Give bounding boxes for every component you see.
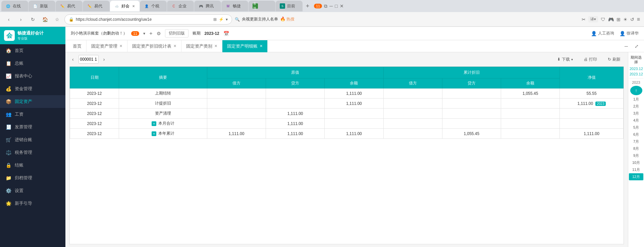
- tab-title-changjie: 畅捷: [233, 3, 244, 9]
- tab-close-ledger[interactable]: ✕: [260, 44, 263, 48]
- sidebar-item-settings[interactable]: ⚙️ 设置: [0, 184, 65, 197]
- period-month-6[interactable]: 6月: [629, 131, 643, 138]
- tab-asset-ledger[interactable]: 固定资产明细账 ✕: [222, 40, 268, 52]
- calendar-icon[interactable]: 📅: [223, 31, 229, 36]
- service-button[interactable]: 👤 人工咨询: [591, 30, 614, 36]
- period-month-11[interactable]: 11月: [629, 166, 643, 173]
- forward-button[interactable]: ›: [16, 15, 25, 24]
- switch-version-button[interactable]: 切到旧版: [165, 29, 189, 38]
- maximize-icon[interactable]: □: [335, 3, 337, 9]
- period-month-10[interactable]: 10月: [629, 159, 643, 166]
- menu-icon[interactable]: ≡: [637, 16, 640, 22]
- tab-close-category[interactable]: ✕: [214, 44, 217, 48]
- sidebar-item-capital[interactable]: 💰 资金管理: [0, 82, 65, 95]
- shield-icon[interactable]: 🛡: [601, 17, 605, 22]
- sidebar-item-tax[interactable]: ⚖️ 税务管理: [0, 146, 65, 159]
- sidebar-item-purchase[interactable]: 🛒 进销台账: [0, 133, 65, 146]
- tab-yidai1[interactable]: ✏️ 易代: [56, 1, 83, 11]
- gamepad-icon[interactable]: 🎮: [608, 17, 614, 22]
- prev-page-button[interactable]: ‹: [69, 56, 76, 63]
- period-month-9[interactable]: 9月: [629, 152, 643, 159]
- header-add-icon[interactable]: +: [149, 30, 152, 37]
- tab-close-haohui[interactable]: ✕: [131, 4, 136, 9]
- period-month-4[interactable]: 4月: [629, 117, 643, 124]
- tab-yidai2[interactable]: ✏️ 易代: [83, 1, 110, 11]
- tab-asset-category[interactable]: 固定资产类别 ✕: [181, 40, 222, 52]
- tab-haohui[interactable]: ☁️ 好会 ✕: [110, 1, 140, 11]
- user-info[interactable]: 👤 徐译华: [620, 30, 639, 36]
- period-month-7[interactable]: 7月: [629, 138, 643, 145]
- guide-icon: 🌟: [5, 200, 11, 206]
- new-tab-button[interactable]: +: [303, 1, 312, 11]
- site-info-icon[interactable]: ⊞: [213, 17, 217, 22]
- sidebar-item-guide[interactable]: 🌟 新手引导: [0, 197, 65, 210]
- download-button[interactable]: ⬇ 下载 ▾: [554, 55, 576, 64]
- sidebar-item-invoice[interactable]: 🧾 发票管理: [0, 121, 65, 133]
- tab-changjie[interactable]: M 畅捷: [221, 1, 248, 11]
- period-month-1[interactable]: 1月: [629, 96, 643, 103]
- hot-search-label[interactable]: 🔥 热搜: [280, 16, 294, 22]
- sidebar-label-report: 报表中心: [15, 73, 32, 79]
- table-row-annual: 2023-12 ≡ 本年累计 1,111.00 1,111.00 1,111.0…: [70, 129, 624, 139]
- sidebar-item-salary[interactable]: 👥 工资: [0, 108, 65, 121]
- tab-home[interactable]: 首页: [68, 40, 87, 52]
- tab-close-fixed-mgmt[interactable]: ✕: [119, 44, 122, 48]
- right-period-panel: 期间选择 2023.12 2023.12 2023 ↑ 1月 2月 3月 4月 …: [628, 52, 644, 247]
- cell-acc-debit-2: [383, 99, 442, 109]
- period-label: 账期: [193, 30, 201, 36]
- refresh-button[interactable]: ↻: [28, 15, 38, 24]
- account-dropdown-icon[interactable]: ▾: [143, 31, 145, 36]
- tab-fixed-mgmt[interactable]: 固定资产管理 ✕: [87, 40, 127, 52]
- history-back-icon[interactable]: ↺: [630, 17, 634, 22]
- grid-icon[interactable]: ⊞: [616, 17, 621, 22]
- home-button[interactable]: 🏠: [40, 15, 50, 24]
- url-bar[interactable]: 🔒 https://cloud.chanjet.com/accounting/u…: [64, 14, 232, 24]
- table-row: 2023-12 计提折旧 1,111.00 1,111.00: [70, 99, 624, 109]
- period-month-2[interactable]: 2月: [629, 103, 643, 110]
- app-container: 会 畅捷通好会计 专业版 🏠 首页 📋 总账 📈 报表中心 💰 资金管理: [0, 27, 644, 247]
- tab-depreciation-table[interactable]: 固定资产折旧统计表 ✕: [127, 40, 181, 52]
- tab-muqian[interactable]: S 目前: [276, 1, 303, 11]
- url-dropdown-icon[interactable]: ▾: [226, 17, 228, 22]
- period-month-3[interactable]: 3月: [629, 110, 643, 117]
- tab-close-depreciation[interactable]: ✕: [173, 44, 176, 48]
- print-button[interactable]: 🖨 打印: [580, 55, 600, 64]
- restore-window-icon[interactable]: ⧉: [324, 3, 327, 9]
- ledger-icon: 📋: [5, 60, 11, 66]
- sidebar-item-ledger[interactable]: 📋 总账: [0, 57, 65, 70]
- cell-date-5: 2023-12: [70, 129, 119, 139]
- sidebar-item-fixed[interactable]: 📦 固定资产: [0, 95, 65, 108]
- sidebar-item-report[interactable]: 📈 报表中心: [0, 70, 65, 82]
- tab-new[interactable]: 📄 新版: [29, 1, 55, 11]
- bookmark-button[interactable]: ☆: [52, 15, 62, 24]
- period-month-12[interactable]: 12月: [629, 173, 643, 180]
- tab-online[interactable]: 🌐 在线: [1, 1, 28, 11]
- next-page-button[interactable]: ›: [101, 56, 108, 63]
- translate-icon[interactable]: 译▾: [588, 16, 598, 22]
- close-browser-icon[interactable]: ✕: [340, 3, 344, 9]
- search-text: 央视更新主持人名单: [242, 16, 278, 22]
- lightning-icon[interactable]: ⚡: [219, 17, 224, 22]
- page-number-input[interactable]: 000001 1: [78, 55, 99, 64]
- back-button[interactable]: ‹: [4, 15, 13, 24]
- tab-qiye[interactable]: C 企业: [167, 1, 194, 11]
- brightness-icon[interactable]: ☀: [623, 17, 628, 22]
- refresh-button[interactable]: ↻ 刷新: [604, 55, 624, 64]
- minimize-icon[interactable]: ─: [329, 3, 333, 9]
- period-month-8[interactable]: 8月: [629, 145, 643, 152]
- sidebar-item-home[interactable]: 🏠 首页: [0, 44, 65, 57]
- tab-tencent[interactable]: 🎮 腾讯: [194, 1, 221, 11]
- cell-net-5: 1,111.00: [560, 129, 624, 139]
- tab-minimize-icon[interactable]: ─: [622, 44, 631, 49]
- tab-gedi[interactable]: 各地: [249, 1, 275, 11]
- header-settings-icon[interactable]: ⚙: [157, 31, 161, 36]
- sidebar-item-closing[interactable]: 🔒 结账: [0, 159, 65, 172]
- scroll-up-button[interactable]: ↑: [630, 86, 642, 95]
- period-month-5[interactable]: 5月: [629, 124, 643, 131]
- tab-title-new: 新版: [40, 3, 51, 9]
- sidebar-item-archive[interactable]: 📁 归档管理: [0, 172, 65, 184]
- scissors-icon[interactable]: ✂: [582, 17, 586, 22]
- tab-expand-icon[interactable]: ⤢: [632, 44, 641, 49]
- tab-geshui[interactable]: 👤 个税: [140, 1, 167, 11]
- download-dropdown-icon[interactable]: ▾: [571, 58, 573, 61]
